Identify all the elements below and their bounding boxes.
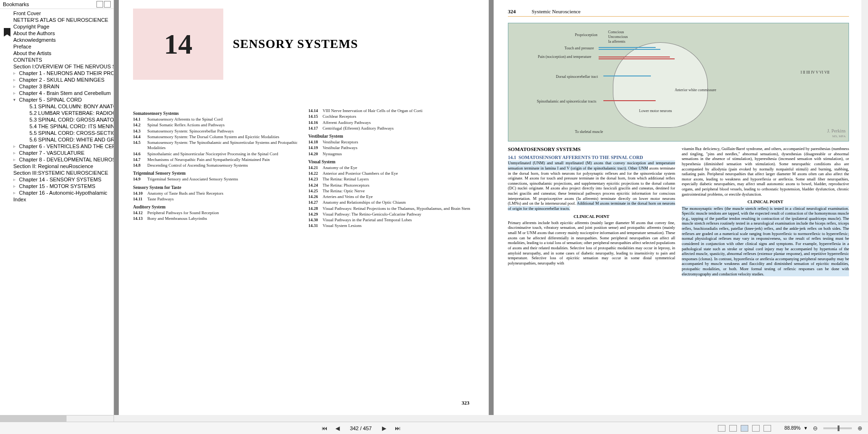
viewer-hscroll[interactable] xyxy=(114,415,868,422)
bookmark-item[interactable]: Section III:SYSTEMIC NEUROSCIENCE xyxy=(0,170,114,176)
toc-entry[interactable]: 14.10Anatomy of Taste Buds and Their Rec… xyxy=(133,191,299,196)
bookmark-item[interactable]: Chapter 7 - VASCULATURE xyxy=(0,150,114,156)
figure-label: Pain (nociception) and temperature xyxy=(538,55,591,59)
sidebar-hscroll[interactable] xyxy=(0,415,114,422)
toc-entry[interactable]: 14.1Somatosensory Afferents to the Spina… xyxy=(133,117,299,122)
bookmark-item[interactable]: Section I:OVERVIEW OF THE NERVOUS SYSTEM xyxy=(0,63,114,70)
toc-entry[interactable]: 14.7Mechanisms of Neuropathic Pain and S… xyxy=(133,157,299,162)
viewer-vscroll[interactable] xyxy=(861,0,868,422)
bookmark-item[interactable]: Index xyxy=(0,196,114,203)
bookmark-item[interactable]: Chapter 1 - NEURONS AND THEIR PROPERTIES xyxy=(0,70,114,76)
bookmark-item[interactable]: Chapter 3 BRAIN xyxy=(0,83,114,90)
zoom-slider[interactable] xyxy=(823,427,852,429)
bookmark-item[interactable]: 5.1 SPINAL COLUMN: BONY ANATOMY xyxy=(0,103,114,110)
next-page-button[interactable]: ▶ xyxy=(380,424,389,433)
bookmark-item[interactable]: CONTENTS xyxy=(0,57,114,63)
toc-entry[interactable]: 14.26Arteries and Veins of the Eye xyxy=(308,194,474,199)
body-paragraph: vitamin B₁₂ deficiency, Guillain-Barré s… xyxy=(682,146,849,197)
document-viewer[interactable]: 14 SENSORY SYSTEMS Somatosensory Systems… xyxy=(114,0,868,422)
toc-entry[interactable]: 14.13Bony and Membranous Labyrinths xyxy=(133,216,299,221)
toc-entry[interactable]: 14.18Vestibular Receptors xyxy=(308,140,474,145)
bottom-toolbar: ⏮ ◀ 342 / 457 ▶ ⏭ 88.89% ▾ ⊖ ⊕ xyxy=(0,422,868,434)
toc-entry[interactable]: 14.6Spinothalamic and Spinoreticular Noc… xyxy=(133,151,299,157)
bookmark-item[interactable]: Chapter 2 - SKULL AND MENINGES xyxy=(0,76,114,83)
toc-entry[interactable]: 14.2Spinal Somatic Reflex Actions and Pa… xyxy=(133,123,299,128)
toc-entry[interactable]: 14.4Somatosensory System: The Dorsal Col… xyxy=(133,134,299,140)
page-number-right: 324 xyxy=(508,9,516,14)
panel-min-icon[interactable] xyxy=(96,1,103,8)
bookmark-item[interactable]: 5.3 SPINAL CORD: GROSS ANATOMY xyxy=(0,116,114,123)
toc-entry[interactable]: 14.25The Retina: Optic Nerve xyxy=(308,189,474,194)
chapter-title: SENSORY SYSTEMS xyxy=(233,37,358,51)
body-paragraph: Unmyelinated (UNM) and small myelinated … xyxy=(508,160,675,211)
view-single-icon[interactable] xyxy=(718,425,725,432)
prev-page-button[interactable]: ◀ xyxy=(334,424,342,433)
bookmark-item[interactable]: About the Authors xyxy=(0,30,114,37)
clinical-point-text: Primary afferents include both epicritic… xyxy=(508,220,675,266)
toc-entry[interactable]: 14.23The Retina: Retinal Layers xyxy=(308,177,474,182)
toc-entry[interactable]: 14.28Visual Pathways: Retinal Projection… xyxy=(308,206,474,211)
bookmark-item[interactable]: 5.4 THE SPINAL CORD: ITS MENINGES xyxy=(0,123,114,130)
toc-entry[interactable]: 14.17Centrifugal (Efferent) Auditory Pat… xyxy=(308,126,474,131)
toc-entry[interactable]: 14.3Somatosensory System: Spinocerebella… xyxy=(133,129,299,134)
toc-section: Trigeminal Sensory System xyxy=(133,171,299,176)
panel-opts-icon[interactable] xyxy=(104,1,111,8)
toc-section: Vestibular System xyxy=(308,134,474,139)
toc-entry[interactable]: 14.9Trigeminal Sensory and Associated Se… xyxy=(133,177,299,182)
toc-entry[interactable]: 14.22Anterior and Posterior Chambers of … xyxy=(308,171,474,176)
zoom-in-button[interactable]: ⊕ xyxy=(856,424,864,433)
bookmark-item[interactable]: Chapter 4 - Brain Stem and Cerebellum xyxy=(0,90,114,96)
toc-entry[interactable]: 14.31Visual System Lesions xyxy=(308,223,474,228)
page-indicator[interactable]: 342 / 457 xyxy=(347,425,375,431)
bookmark-item[interactable]: Chapter 5 - SPINAL CORD xyxy=(0,96,114,103)
bookmark-item[interactable]: Copyright Page xyxy=(0,23,114,30)
view-continuous-icon[interactable] xyxy=(729,425,737,432)
bookmarks-list[interactable]: Front CoverNETTER'S ATLAS OF NEUROSCIENC… xyxy=(0,9,114,415)
bookmark-item[interactable]: Chapter 16 - Autonomic-Hypothalamic xyxy=(0,189,114,196)
bookmark-item[interactable]: Acknowledgments xyxy=(0,37,114,43)
bookmark-item[interactable]: 5.5 SPINAL CORD: CROSS-SECTIONAL xyxy=(0,130,114,136)
toc-entry[interactable]: 14.14VIII Nerve Innervation of Hair Cell… xyxy=(308,108,474,113)
figure-credit: J. PerkinsMS, MFA xyxy=(827,129,846,138)
figure-label: Anterior white commissure xyxy=(675,88,716,92)
toc-entry[interactable]: 14.16Afferent Auditory Pathways xyxy=(308,120,474,125)
toc-section: Somatosensory Systems xyxy=(133,111,299,116)
figure-label: To skeletal muscle xyxy=(575,130,603,134)
toc-entry[interactable]: 14.29Visual Pathway: The Retino-Geniculo… xyxy=(308,212,474,217)
view-facing-icon[interactable] xyxy=(741,425,748,432)
toc-entry[interactable]: 14.11Taste Pathways xyxy=(133,197,299,202)
zoom-dropdown-icon[interactable]: ▾ xyxy=(804,425,807,431)
last-page-button[interactable]: ⏭ xyxy=(393,424,402,433)
toc-entry[interactable]: 14.8Descending Control of Ascending Soma… xyxy=(133,163,299,168)
bookmark-item[interactable]: Chapter 15 - MOTOR SYSTEMS xyxy=(0,183,114,189)
bookmark-item[interactable]: Chapter 8 - DEVELOPMENTAL NEUROSCIENCE xyxy=(0,156,114,163)
bookmark-item[interactable]: NETTER'S ATLAS OF NEUROSCIENCE xyxy=(0,17,114,23)
first-page-button[interactable]: ⏮ xyxy=(320,424,329,433)
toc-entry[interactable]: 14.24The Retina: Photoreceptors xyxy=(308,183,474,188)
bookmark-item[interactable]: Front Cover xyxy=(0,10,114,17)
toc-entry[interactable]: 14.21Anatomy of the Eye xyxy=(308,165,474,170)
bookmark-item[interactable]: About the Artists xyxy=(0,50,114,57)
anatomical-figure: I II III IV V VI VII J. PerkinsMS, MFA P… xyxy=(508,23,849,142)
bookmark-item[interactable]: Chapter 14 - SENSORY SYSTEMS xyxy=(0,176,114,183)
zoom-out-button[interactable]: ⊖ xyxy=(811,424,820,433)
zoom-level[interactable]: 88.89% xyxy=(784,425,801,431)
section-heading: SOMATOSENSORY SYSTEMS xyxy=(508,146,675,153)
bookmark-item[interactable]: Chapter 6 - VENTRICLES AND THE CEREBRAL xyxy=(0,143,114,150)
view-cover-icon[interactable] xyxy=(752,425,760,432)
clinical-point-text: The monosynaptic reflex (the muscle stre… xyxy=(682,206,849,277)
toc-section: Auditory System xyxy=(133,205,299,209)
toc-entry[interactable]: 14.19Vestibular Pathways xyxy=(308,145,474,151)
toc-entry[interactable]: 14.15Cochlear Receptors xyxy=(308,114,474,119)
toc-entry[interactable]: 14.12Peripheral Pathways for Sound Recep… xyxy=(133,210,299,216)
bookmark-item[interactable]: 5.6 SPINAL CORD: WHITE AND GRAY xyxy=(0,136,114,143)
view-book-icon[interactable] xyxy=(763,425,771,432)
toc-entry[interactable]: 14.20Nystagmus xyxy=(308,151,474,157)
bookmark-item[interactable]: Preface xyxy=(0,43,114,50)
toc-entry[interactable]: 14.5Somatosensory System: The Spinothala… xyxy=(133,140,299,151)
bookmark-item[interactable]: 5.2 LUMBAR VERTEBRAE: RADIOGRAPH xyxy=(0,110,114,116)
toc-entry[interactable]: 14.27Anatomy and Relationships of the Op… xyxy=(308,200,474,205)
toc-entry[interactable]: 14.30Visual Pathways in the Parietal and… xyxy=(308,217,474,223)
page-right: 324 Systemic Neuroscience I II III IV V … xyxy=(494,0,863,415)
bookmark-item[interactable]: Section II: Regional neuRoscience xyxy=(0,163,114,170)
